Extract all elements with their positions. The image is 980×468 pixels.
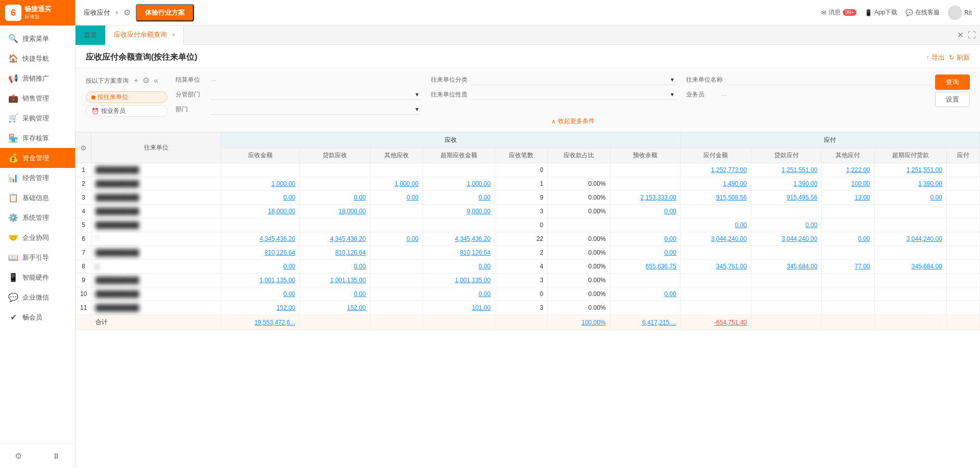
partner-nature-select[interactable]: ▾: [472, 89, 676, 100]
scheme-by-salesperson[interactable]: ⏰ 按业务员: [86, 105, 167, 117]
table-cell[interactable]: 3: [495, 205, 548, 218]
table-cell[interactable]: 0.00: [680, 218, 751, 232]
edit-scheme-btn[interactable]: ⚙: [141, 75, 151, 86]
sidebar-item-finance[interactable]: 💰 资金管理: [0, 148, 75, 168]
table-cell[interactable]: 1,001,135.00: [423, 274, 495, 287]
filter-expand-btn[interactable]: ∧ 收起更多条件: [176, 115, 970, 128]
table-cell[interactable]: 152.00: [300, 301, 370, 315]
table-cell[interactable]: 0.00: [610, 232, 680, 246]
table-cell[interactable]: 9: [495, 191, 548, 205]
table-cell[interactable]: 18,000.00: [300, 205, 370, 218]
sidebar-item-hardware[interactable]: 📱 智能硬件: [0, 267, 75, 287]
table-cell[interactable]: 1,222.00: [822, 163, 874, 177]
table-cell[interactable]: 0.00: [423, 260, 495, 274]
sidebar-item-member[interactable]: ✔ 畅会员: [0, 307, 75, 327]
app-download-btn[interactable]: 📱 App下载: [865, 8, 897, 17]
table-cell[interactable]: 1,252,773.00: [680, 163, 751, 177]
table-cell[interactable]: 0.00%: [548, 191, 610, 205]
table-cell[interactable]: 0.00%: [548, 205, 610, 218]
table-cell[interactable]: 0.00: [221, 191, 300, 205]
total-ar-amount[interactable]: 19,553,472,6...: [221, 315, 300, 330]
table-cell[interactable]: 0.00: [423, 191, 495, 205]
table-cell[interactable]: 13.00: [822, 191, 874, 205]
table-cell[interactable]: 0.00: [610, 205, 680, 218]
table-cell[interactable]: 0.00: [221, 260, 300, 274]
tab-close-btn[interactable]: ×: [172, 32, 175, 38]
table-cell[interactable]: 0.00: [423, 287, 495, 301]
sidebar-item-collab[interactable]: 🤝 企业协同: [0, 228, 75, 248]
table-cell[interactable]: 9,000.00: [423, 205, 495, 218]
sidebar-item-search[interactable]: 🔍 搜索菜单: [0, 29, 75, 48]
table-cell[interactable]: 0: [495, 163, 548, 177]
online-service-btn[interactable]: 💬 在线客服: [905, 8, 940, 17]
table-cell[interactable]: 1,251,551.00: [751, 163, 822, 177]
table-cell[interactable]: 0.00: [221, 287, 300, 301]
sidebar-item-basic[interactable]: 📋 基础信息: [0, 188, 75, 208]
total-ap-amount[interactable]: -654,751.40: [680, 315, 751, 330]
table-cell[interactable]: 1,390.00: [874, 177, 946, 191]
table-cell[interactable]: 1,251,551.00: [874, 163, 946, 177]
refresh-btn[interactable]: ↻ 刷新: [949, 53, 970, 62]
table-cell[interactable]: 810,126.64: [221, 246, 300, 260]
table-cell[interactable]: 0.00: [300, 260, 370, 274]
query-button[interactable]: 查询: [935, 75, 970, 90]
sidebar-item-system[interactable]: ⚙️ 系统管理: [0, 208, 75, 228]
table-cell[interactable]: 77.00: [822, 260, 874, 274]
table-cell[interactable]: 810,126.64: [300, 246, 370, 260]
table-cell[interactable]: 1,001,135.00: [300, 274, 370, 287]
table-cell[interactable]: 0.00: [370, 232, 423, 246]
table-settings-icon[interactable]: ⚙: [80, 144, 87, 152]
table-cell[interactable]: 3,044,240.00: [751, 232, 822, 246]
table-cell[interactable]: 101.00: [423, 301, 495, 315]
sidebar-item-wechat[interactable]: 💬 企业微信: [0, 287, 75, 307]
department-select[interactable]: ▾: [210, 104, 421, 115]
table-cell[interactable]: 0.00: [874, 191, 946, 205]
table-cell[interactable]: 18,000.00: [221, 205, 300, 218]
table-cell[interactable]: 345,684.00: [751, 260, 822, 274]
table-cell[interactable]: 22: [495, 232, 548, 246]
sidebar-item-guide[interactable]: 📖 新手引导: [0, 248, 75, 267]
table-cell[interactable]: 0.00: [610, 287, 680, 301]
table-cell[interactable]: 1,390.00: [751, 177, 822, 191]
table-cell[interactable]: 1,000.00: [423, 177, 495, 191]
settlement-unit-input[interactable]: ···: [210, 76, 216, 84]
table-cell[interactable]: 0.00: [610, 246, 680, 260]
sidebar-item-sales[interactable]: 💼 销售管理: [0, 88, 75, 108]
table-cell[interactable]: 915,508.56: [680, 191, 751, 205]
dept-managed-select[interactable]: ▾: [210, 89, 421, 100]
table-cell[interactable]: 1: [495, 177, 548, 191]
table-cell[interactable]: 0.00%: [548, 274, 610, 287]
table-cell[interactable]: 810,126.64: [423, 246, 495, 260]
table-cell[interactable]: 0.00%: [548, 301, 610, 315]
tab-close-all-btn[interactable]: ✕: [957, 30, 964, 40]
tab-ar-ap[interactable]: 应收应付余额查询 ×: [106, 26, 184, 45]
table-cell[interactable]: 0.00%: [548, 287, 610, 301]
tab-expand-btn[interactable]: ⛶: [968, 31, 976, 40]
sidebar-item-purchase[interactable]: 🛒 采购管理: [0, 108, 75, 128]
table-cell[interactable]: 3: [495, 274, 548, 287]
table-cell[interactable]: 655,636.75: [610, 260, 680, 274]
table-cell[interactable]: 2: [495, 246, 548, 260]
table-cell[interactable]: 4,345,436.20: [423, 232, 495, 246]
table-cell[interactable]: 0.00: [822, 232, 874, 246]
settings-button[interactable]: 设置: [935, 92, 970, 107]
table-cell[interactable]: 4,345,436.20: [300, 232, 370, 246]
table-cell[interactable]: 1,000.00: [370, 177, 423, 191]
add-scheme-btn[interactable]: +: [133, 75, 139, 86]
table-cell[interactable]: 1,000.00: [221, 177, 300, 191]
scheme-by-partner[interactable]: 按往来单位: [86, 91, 167, 103]
table-cell[interactable]: 0: [495, 218, 548, 232]
table-cell[interactable]: 4: [495, 260, 548, 274]
table-cell[interactable]: 1,001,135.00: [221, 274, 300, 287]
table-cell[interactable]: 0: [495, 287, 548, 301]
table-cell[interactable]: 915,495.56: [751, 191, 822, 205]
table-cell[interactable]: 0.00: [300, 191, 370, 205]
table-cell[interactable]: 100.00: [822, 177, 874, 191]
sidebar-item-nav[interactable]: 🏠 快捷导航: [0, 48, 75, 68]
user-avatar[interactable]: Rit: [948, 6, 972, 20]
sidebar-collapse-btn[interactable]: ⏸: [48, 450, 64, 463]
salesperson-input[interactable]: ···: [721, 91, 727, 99]
table-cell[interactable]: 345,761.00: [680, 260, 751, 274]
notifications-btn[interactable]: ✉ 消息 99+: [821, 8, 856, 17]
export-btn[interactable]: ↑ 导出: [926, 53, 945, 62]
